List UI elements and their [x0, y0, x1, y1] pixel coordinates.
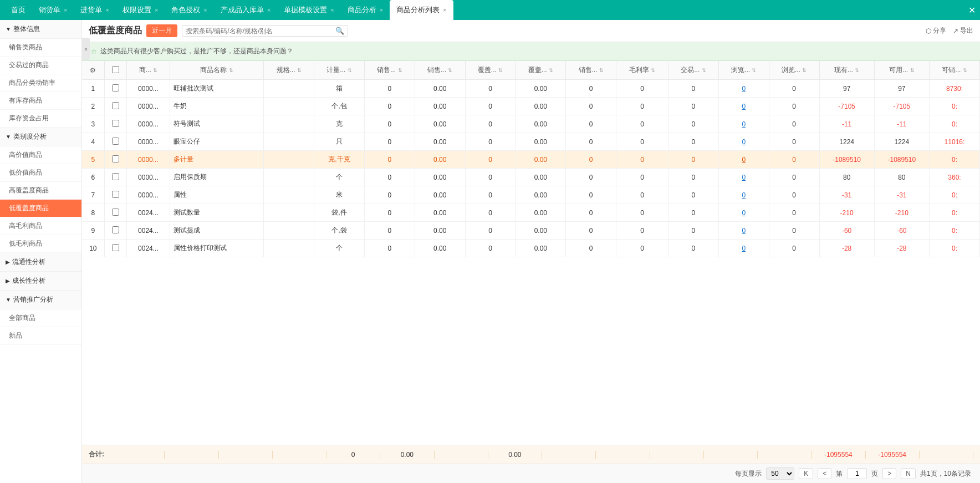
- sidebar-section-overall[interactable]: ▼ 整体信息: [0, 20, 81, 39]
- col-unit[interactable]: 计量... ⇅: [314, 61, 365, 80]
- col-stock-avail[interactable]: 可用... ⇅: [874, 61, 929, 80]
- sidebar-item-low-value[interactable]: 低价值商品: [0, 164, 81, 182]
- cell-view1[interactable]: 0: [718, 98, 769, 115]
- cell-view1[interactable]: 0: [718, 151, 769, 169]
- row-checkbox[interactable]: [112, 191, 119, 198]
- close-icon[interactable]: ×: [203, 7, 207, 13]
- cell-view1[interactable]: 0: [718, 80, 769, 98]
- col-coverage2[interactable]: 覆盖... ⇅: [515, 61, 566, 80]
- cell-view1[interactable]: 0: [718, 133, 769, 151]
- sidebar-item-low-margin[interactable]: 低毛利商品: [0, 235, 81, 253]
- col-name[interactable]: 商品名称 ⇅: [170, 61, 264, 80]
- time-filter-button[interactable]: 近一月: [146, 24, 177, 37]
- nav-tab-permission[interactable]: 权限设置 ×: [116, 0, 165, 20]
- cell-view1[interactable]: 0: [718, 204, 769, 222]
- row-checkbox[interactable]: [112, 155, 119, 162]
- col-stock-cur[interactable]: 现有... ⇅: [819, 61, 874, 80]
- nav-tab-home[interactable]: 首页: [4, 0, 32, 20]
- nav-tab-product-in[interactable]: 产成品入库单 ×: [214, 0, 277, 20]
- col-spec[interactable]: 规格... ⇅: [264, 61, 314, 80]
- close-icon[interactable]: ×: [64, 7, 67, 13]
- data-table: ⚙ 商... ⇅ 商品名称 ⇅ 规格... ⇅ 计量... ⇅ 销售... ⇅ …: [82, 61, 980, 257]
- cell-checkbox[interactable]: [104, 80, 126, 98]
- row-checkbox[interactable]: [112, 102, 119, 109]
- col-coverage1[interactable]: 覆盖... ⇅: [465, 61, 515, 80]
- cell-view1[interactable]: 0: [718, 115, 769, 133]
- sidebar-item-high-value[interactable]: 高价值商品: [0, 146, 81, 164]
- sidebar-section-coverage[interactable]: ▼ 类别度分析: [0, 128, 81, 146]
- col-sales-days[interactable]: 销售... ⇅: [566, 61, 616, 80]
- col-settings[interactable]: ⚙: [82, 61, 104, 80]
- cell-view1[interactable]: 0: [718, 222, 769, 240]
- sidebar-item-sales-goods[interactable]: 销售类商品: [0, 39, 81, 57]
- col-view2[interactable]: 浏览... ⇅: [769, 61, 819, 80]
- sidebar-item-high-margin[interactable]: 高毛利商品: [0, 217, 81, 235]
- cell-checkbox[interactable]: [104, 240, 126, 257]
- row-checkbox[interactable]: [112, 84, 119, 91]
- row-checkbox[interactable]: [112, 209, 119, 216]
- col-sku[interactable]: 商... ⇅: [127, 61, 170, 80]
- close-icon[interactable]: ×: [267, 7, 270, 13]
- sidebar-item-new-goods[interactable]: 新品: [0, 327, 81, 345]
- select-all-checkbox[interactable]: [112, 66, 119, 73]
- col-checkbox[interactable]: [104, 61, 126, 80]
- nav-tab-product-analysis[interactable]: 商品分析 ×: [341, 0, 390, 20]
- cell-checkbox[interactable]: [104, 169, 126, 186]
- cell-checkbox[interactable]: [104, 133, 126, 151]
- col-trans[interactable]: 交易... ⇅: [668, 61, 719, 80]
- cell-checkbox[interactable]: [104, 98, 126, 115]
- close-icon[interactable]: ×: [155, 7, 158, 13]
- cell-checkbox[interactable]: [104, 151, 126, 169]
- close-icon[interactable]: ×: [443, 7, 446, 13]
- nav-tab-purchase[interactable]: 进货单 ×: [74, 0, 115, 20]
- nav-tab-sales[interactable]: 销货单 ×: [32, 0, 74, 20]
- prev-page-button[interactable]: <: [818, 468, 831, 479]
- sidebar-item-category-rate[interactable]: 商品分类动销率: [0, 74, 81, 92]
- page-number-input[interactable]: [847, 468, 867, 479]
- sidebar-item-low-coverage[interactable]: 低覆盖度商品: [0, 200, 81, 217]
- close-icon[interactable]: ×: [105, 7, 109, 13]
- row-checkbox[interactable]: [112, 120, 119, 127]
- cell-view1[interactable]: 0: [718, 240, 769, 257]
- last-page-button[interactable]: N: [901, 468, 916, 479]
- cell-view1[interactable]: 0: [718, 186, 769, 204]
- search-input[interactable]: [186, 27, 335, 35]
- close-icon[interactable]: ×: [330, 7, 334, 13]
- col-stock-sale[interactable]: 可销... ⇅: [929, 61, 979, 80]
- row-checkbox[interactable]: [112, 244, 119, 251]
- col-sales-amt[interactable]: 销售... ⇅: [415, 61, 465, 80]
- cell-checkbox[interactable]: [104, 115, 126, 133]
- sidebar-item-stock-capital[interactable]: 库存资金占用: [0, 110, 81, 128]
- nav-tab-role[interactable]: 角色授权 ×: [165, 0, 213, 20]
- sidebar-item-high-coverage[interactable]: 高覆盖度商品: [0, 182, 81, 200]
- cell-checkbox[interactable]: [104, 186, 126, 204]
- cell-checkbox[interactable]: [104, 204, 126, 222]
- nav-tab-product-analysis-list[interactable]: 商品分析列表 ×: [390, 0, 453, 20]
- cell-view1[interactable]: 0: [718, 169, 769, 186]
- col-gross-rate[interactable]: 毛利率 ⇅: [616, 61, 668, 80]
- export-button[interactable]: ↗ 导出: [953, 26, 973, 35]
- first-page-button[interactable]: K: [799, 468, 813, 479]
- col-sales-qty[interactable]: 销售... ⇅: [364, 61, 415, 80]
- close-icon[interactable]: ×: [380, 7, 383, 13]
- table-container[interactable]: ⚙ 商... ⇅ 商品名称 ⇅ 规格... ⇅ 计量... ⇅ 销售... ⇅ …: [82, 61, 980, 445]
- window-close-button[interactable]: ✕: [968, 5, 976, 16]
- sidebar-collapse-button[interactable]: «: [82, 38, 90, 60]
- sidebar-item-traded-goods[interactable]: 交易过的商品: [0, 57, 81, 74]
- sidebar-item-all-goods[interactable]: 全部商品: [0, 309, 81, 327]
- cell-checkbox[interactable]: [104, 222, 126, 240]
- row-checkbox[interactable]: [112, 226, 119, 233]
- sidebar-section-liquidity[interactable]: ▶ 流通性分析: [0, 253, 81, 272]
- nav-tab-template[interactable]: 单据模板设置 ×: [277, 0, 340, 20]
- row-checkbox[interactable]: [112, 173, 119, 180]
- sidebar-item-in-stock[interactable]: 有库存商品: [0, 92, 81, 110]
- settings-icon[interactable]: ⚙: [90, 67, 96, 74]
- sidebar-section-growth[interactable]: ▶ 成长性分析: [0, 272, 81, 291]
- next-page-button[interactable]: >: [882, 468, 896, 479]
- share-button[interactable]: ⬡ 分享: [926, 26, 946, 35]
- row-checkbox[interactable]: [112, 138, 119, 145]
- col-view1[interactable]: 浏览... ⇅: [718, 61, 769, 80]
- per-page-select[interactable]: 50 10 20 100: [766, 467, 794, 480]
- cell-sku: 0000...: [127, 169, 170, 186]
- sidebar-section-marketing[interactable]: ▼ 营销推广分析: [0, 291, 81, 309]
